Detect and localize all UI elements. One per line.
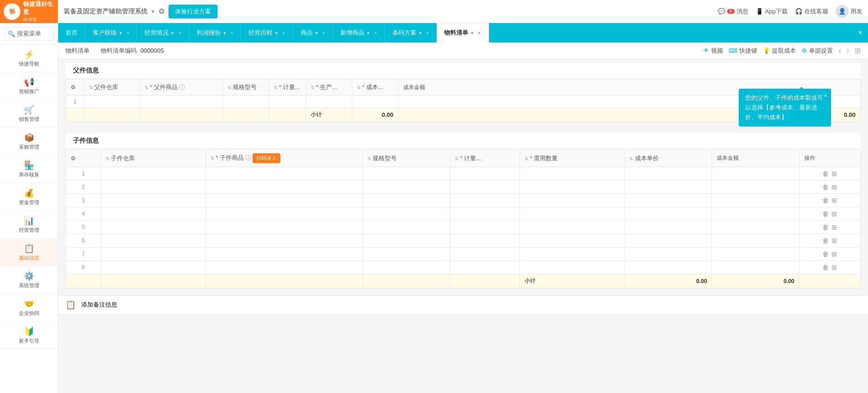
child-row-warehouse-6[interactable]	[101, 234, 205, 248]
child-row-qty-4[interactable]	[520, 207, 625, 221]
delete-icon-2[interactable]: 🗑	[822, 183, 829, 191]
child-row-warehouse-5[interactable]	[101, 221, 205, 234]
tab-barcode-close[interactable]: ×	[426, 30, 429, 36]
sidebar-item-finance[interactable]: 💰 资金管理	[0, 183, 58, 211]
child-row-warehouse-2[interactable]	[101, 181, 205, 194]
delete-icon-8[interactable]: 🗑	[822, 264, 829, 271]
topbar-dropdown-arrow[interactable]: ▾	[151, 8, 155, 15]
sidebar-item-operation[interactable]: 📊 经营管理	[0, 211, 58, 239]
child-row-unit-price-2[interactable]	[625, 181, 712, 194]
nav-close-all-button[interactable]: ×	[853, 29, 868, 37]
tab-customer-close[interactable]: ×	[127, 30, 129, 36]
child-row-unit-price-3[interactable]	[625, 194, 712, 207]
child-row-amount-4[interactable]	[712, 207, 799, 221]
parent-row-prod[interactable]	[306, 96, 352, 108]
sidebar-item-guide[interactable]: 🔰 新手引导	[0, 322, 58, 350]
sidebar-item-basic[interactable]: 📋 基础信息	[0, 239, 58, 266]
topbar-gear-icon[interactable]: ⚙	[158, 7, 165, 16]
add-note-icon[interactable]: 📋	[66, 300, 76, 310]
tab-goods-close[interactable]: ×	[322, 30, 325, 36]
sidebar-item-corp[interactable]: 🤝 企业协同	[0, 294, 58, 322]
message-button[interactable]: 💬 6 消息	[718, 7, 748, 16]
child-row-unit-8[interactable]	[450, 261, 520, 274]
child-row-spec-5[interactable]	[362, 221, 450, 234]
app-download-button[interactable]: 📱 App下载	[756, 7, 788, 16]
tooltip-close-button[interactable]: ×	[824, 91, 827, 101]
child-row-unit-price-4[interactable]	[625, 207, 712, 221]
child-row-warehouse-4[interactable]	[101, 207, 205, 221]
child-row-amount-5[interactable]	[712, 221, 799, 234]
child-row-unit-6[interactable]	[450, 234, 520, 248]
tab-customer[interactable]: 客户联络▾×	[85, 23, 137, 42]
child-row-goods-4[interactable]	[205, 207, 362, 221]
child-row-goods-1[interactable]	[205, 167, 362, 181]
parent-row-warehouse[interactable]	[84, 96, 140, 108]
tab-operation-history-close[interactable]: ×	[282, 30, 285, 36]
tab-bom-close[interactable]: ×	[478, 30, 481, 36]
child-row-goods-3[interactable]	[205, 194, 362, 207]
extract-cost-action[interactable]: 💡 提取成本	[763, 47, 796, 55]
tab-home[interactable]: 首页	[58, 23, 85, 42]
breadcrumb-bom[interactable]: 物料清单	[66, 47, 90, 55]
child-row-goods-6[interactable]	[205, 234, 362, 248]
child-row-qty-6[interactable]	[520, 234, 625, 248]
tab-profit-close[interactable]: ×	[230, 30, 233, 36]
sidebar-item-marketing[interactable]: 📢 营销推广	[0, 73, 58, 100]
child-row-unit-price-6[interactable]	[625, 234, 712, 248]
single-setting-action[interactable]: ⚙ 单据设置	[802, 47, 833, 55]
child-row-unit-1[interactable]	[450, 167, 520, 181]
sidebar-item-purchase[interactable]: 📦 采购管理	[0, 128, 58, 156]
copy-icon-1[interactable]: ⊞	[832, 170, 837, 177]
scan-button[interactable]: 扫码录入	[253, 153, 280, 163]
shortcut-action[interactable]: ⌨ 快捷键	[729, 47, 757, 55]
child-row-unit-price-8[interactable]	[625, 261, 712, 274]
child-row-goods-2[interactable]	[205, 181, 362, 194]
child-row-spec-3[interactable]	[362, 194, 450, 207]
child-row-goods-5[interactable]	[205, 221, 362, 234]
delete-icon-4[interactable]: 🗑	[822, 210, 829, 218]
child-row-goods-7[interactable]	[205, 248, 362, 261]
child-col-settings[interactable]: ⚙	[66, 150, 101, 167]
child-row-amount-2[interactable]	[712, 181, 799, 194]
add-note-label[interactable]: 添加备注信息	[81, 301, 117, 309]
child-row-qty-8[interactable]	[520, 261, 625, 274]
delete-icon-1[interactable]: 🗑	[822, 170, 829, 177]
child-row-warehouse-3[interactable]	[101, 194, 205, 207]
user-menu-button[interactable]: 👤 用友	[836, 5, 862, 18]
tab-barcode[interactable]: 条码方案▾×	[385, 23, 437, 42]
parent-goods-info-icon[interactable]: ⓘ	[179, 84, 185, 91]
sidebar-item-inventory[interactable]: 🏪 库存核算	[0, 156, 58, 183]
child-row-unit-price-5[interactable]	[625, 221, 712, 234]
delete-icon-6[interactable]: 🗑	[822, 237, 829, 244]
copy-icon-4[interactable]: ⊞	[832, 210, 837, 218]
delete-icon-5[interactable]: 🗑	[822, 224, 829, 231]
delete-icon-3[interactable]: 🗑	[822, 197, 829, 204]
child-row-amount-6[interactable]	[712, 234, 799, 248]
trial-button[interactable]: 体验行业方案	[169, 5, 217, 18]
child-row-unit-3[interactable]	[450, 194, 520, 207]
search-menu-button[interactable]: 🔍 搜索菜单	[4, 27, 54, 41]
view-action[interactable]: 👁 视频	[703, 47, 723, 55]
copy-icon-2[interactable]: ⊞	[832, 183, 837, 191]
parent-col-settings[interactable]: ⚙	[66, 79, 84, 96]
sidebar-item-sales[interactable]: 🛒 销售管理	[0, 100, 58, 128]
tab-operation-status-close[interactable]: ×	[178, 30, 181, 36]
parent-row-cost[interactable]	[352, 96, 398, 108]
copy-icon-6[interactable]: ⊞	[832, 237, 837, 244]
child-row-warehouse-7[interactable]	[101, 248, 205, 261]
next-arrow-button[interactable]: ›	[847, 47, 849, 55]
tab-profit[interactable]: 利润报告▾×	[189, 23, 241, 42]
child-row-qty-7[interactable]	[520, 248, 625, 261]
child-row-qty-2[interactable]	[520, 181, 625, 194]
child-row-unit-5[interactable]	[450, 221, 520, 234]
tab-bom[interactable]: 物料清单▾×	[437, 23, 488, 42]
child-row-qty-1[interactable]	[520, 167, 625, 181]
tab-new-goods[interactable]: 新增商品▾×	[333, 23, 385, 42]
tab-new-goods-close[interactable]: ×	[374, 30, 377, 36]
child-row-amount-8[interactable]	[712, 261, 799, 274]
child-row-spec-2[interactable]	[362, 181, 450, 194]
child-row-spec-4[interactable]	[362, 207, 450, 221]
sidebar-item-quick-nav[interactable]: ⚡ 快捷导航	[0, 45, 58, 73]
child-row-amount-7[interactable]	[712, 248, 799, 261]
child-row-amount-3[interactable]	[712, 194, 799, 207]
